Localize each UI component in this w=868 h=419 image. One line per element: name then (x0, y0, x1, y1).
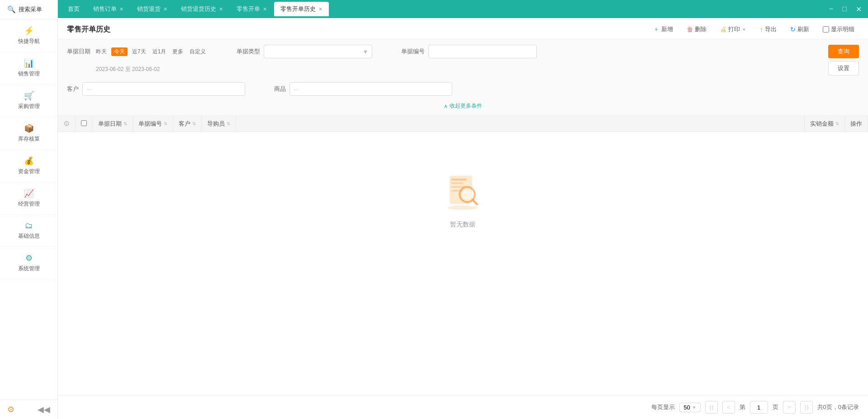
tab-retail-open[interactable]: 零售开单 ✕ (230, 2, 273, 16)
tab-sales-order[interactable]: 销售订单 ✕ (87, 2, 130, 16)
export-icon: ↑ (760, 26, 763, 33)
settings-icon[interactable]: ⚙ (7, 405, 14, 414)
sidebar-collapse-icon[interactable]: ◀◀ (38, 405, 50, 414)
tab-bar-right: − □ ✕ (826, 4, 864, 14)
last-page-btn[interactable]: ⟩⟩ (800, 401, 813, 414)
tab-sales-return-history[interactable]: 销货退货历史 ✕ (175, 2, 229, 16)
print-button[interactable]: 🖨 打印 ▼ (716, 24, 751, 35)
page-size-select[interactable]: 50 ▼ (679, 403, 700, 412)
type-select-arrow: ▼ (363, 48, 369, 55)
filter-row-date-range: 2023-06-02 至 2023-06-02 (67, 66, 828, 73)
number-sort-icon: ⇅ (164, 121, 167, 126)
filter-number-item: 单据编号 (401, 45, 537, 58)
minimize-icon[interactable]: − (826, 4, 836, 14)
tab-retail-open-close[interactable]: ✕ (263, 6, 267, 12)
sidebar-item-label: 库存核算 (18, 135, 40, 143)
tab-retail-history-close[interactable]: ✕ (318, 6, 323, 12)
date-today[interactable]: 今天 (111, 47, 128, 56)
settings-gear-icon[interactable]: ⚙ (63, 120, 70, 127)
page-input[interactable] (750, 401, 768, 414)
th-date[interactable]: 单据日期 ⇅ (93, 116, 133, 132)
sidebar-item-purchase-mgmt[interactable]: 🛒采购管理 (0, 85, 57, 117)
select-all-checkbox[interactable] (81, 120, 87, 126)
page-header: 零售开单历史 ＋ 新增 🗑 删除 🖨 打印 ▼ ↑ 导出 (58, 18, 868, 39)
tab-sales-order-close[interactable]: ✕ (119, 6, 123, 12)
date-custom[interactable]: 自定义 (188, 47, 208, 56)
inventory-icon: 📦 (24, 123, 34, 133)
filter-actions: 查询 设置 (828, 45, 859, 75)
pagination: 每页显示 50 ▼ ⟨⟨ ＜ 第 页 ＞ ⟩⟩ 共0页，0条记录 (58, 395, 868, 419)
th-amount[interactable]: 实销金额 ⇅ (805, 116, 845, 132)
prev-page-btn[interactable]: ＜ (722, 401, 735, 414)
svg-rect-2 (451, 179, 466, 180)
tab-sales-return-history-close[interactable]: ✕ (219, 6, 223, 12)
th-guide[interactable]: 导购员 ⇅ (202, 116, 236, 132)
svg-point-7 (462, 189, 473, 200)
display-detail-toggle[interactable]: 显示明细 (818, 24, 859, 35)
table-wrapper: ⚙ 单据日期 ⇅ (58, 116, 868, 265)
tab-retail-history[interactable]: 零售开单历史 ✕ (274, 2, 329, 16)
date-range-text: 2023-06-02 至 2023-06-02 (96, 66, 160, 73)
table-body: 暂无数据 (58, 132, 868, 265)
tab-retail-open-label: 零售开单 (237, 5, 260, 13)
date-yesterday[interactable]: 昨天 (94, 47, 109, 56)
sidebar-item-finance[interactable]: 💰资金管理 (0, 150, 57, 182)
sidebar-item-inventory[interactable]: 📦库存核算 (0, 117, 57, 150)
content-area: 零售开单历史 ＋ 新增 🗑 删除 🖨 打印 ▼ ↑ 导出 (58, 18, 868, 419)
tab-bar: 首页 销售订单 ✕ 销货退货 ✕ 销货退货历史 ✕ 零售开单 ✕ 零售开单历史 … (58, 0, 868, 18)
th-checkbox (76, 116, 93, 132)
date-range-item: 2023-06-02 至 2023-06-02 (67, 66, 160, 73)
sidebar-item-system-mgmt[interactable]: ⚙系统管理 (0, 247, 57, 279)
date-month[interactable]: 近1月 (151, 47, 168, 56)
sales-mgmt-icon: 📊 (24, 58, 34, 68)
tab-home[interactable]: 首页 (62, 2, 86, 16)
export-button[interactable]: ↑ 导出 (755, 24, 781, 35)
display-checkbox[interactable] (823, 26, 829, 33)
sidebar-item-label: 资金管理 (18, 168, 40, 175)
add-button[interactable]: ＋ 新增 (649, 24, 678, 35)
customer-input[interactable]: ··· (82, 82, 245, 96)
maximize-icon[interactable]: □ (840, 4, 849, 14)
th-settings[interactable]: ⚙ (58, 116, 76, 132)
sidebar-item-quick-nav[interactable]: ⚡快捷导航 (0, 19, 57, 52)
sidebar-item-label: 采购管理 (18, 103, 40, 110)
sidebar-item-basic-info[interactable]: 🗂基础信息 (0, 215, 57, 247)
query-button[interactable]: 查询 (828, 45, 859, 58)
svg-point-0 (448, 206, 478, 210)
delete-button[interactable]: 🗑 删除 (682, 24, 711, 35)
first-page-btn[interactable]: ⟨⟨ (705, 401, 718, 414)
close-window-icon[interactable]: ✕ (853, 4, 864, 14)
tab-sales-return-history-label: 销货退货历史 (181, 5, 216, 13)
filter-customer-item: 客户 ··· (67, 82, 245, 96)
system-mgmt-icon: ⚙ (25, 253, 33, 263)
tab-retail-history-label: 零售开单历史 (280, 5, 316, 13)
basic-info-icon: 🗂 (25, 221, 33, 231)
sidebar-search[interactable]: 🔍 搜索采单 (0, 0, 57, 19)
goods-input[interactable]: ··· (289, 82, 452, 96)
sidebar: 🔍 搜索采单 ⚡快捷导航📊销售管理🛒采购管理📦库存核算💰资金管理📈经营管理🗂基础… (0, 0, 58, 419)
th-number[interactable]: 单据编号 ⇅ (133, 116, 173, 132)
number-input[interactable] (428, 45, 537, 58)
operations-icon: 📈 (24, 188, 34, 198)
type-select[interactable]: ▼ (264, 45, 372, 58)
collapse-btn[interactable]: ∧ 收起更多条件 (444, 102, 482, 110)
tab-sales-return-label: 销货退货 (137, 5, 161, 13)
tab-sales-order-label: 销售订单 (93, 5, 117, 13)
th-guide-label: 导购员 (207, 120, 225, 128)
tab-sales-return-close[interactable]: ✕ (163, 6, 167, 12)
page-suffix: 页 (773, 403, 778, 411)
filter-row-1: 单据日期 昨天 今天 近7天 近1月 更多 自定义 单据类型 (67, 45, 828, 58)
refresh-button[interactable]: ↻ 刷新 (786, 24, 814, 35)
next-page-btn[interactable]: ＞ (783, 401, 796, 414)
settings-button[interactable]: 设置 (828, 61, 859, 75)
date-7days[interactable]: 近7天 (130, 47, 148, 56)
tab-sales-return[interactable]: 销货退货 ✕ (131, 2, 174, 16)
sidebar-item-operations[interactable]: 📈经营管理 (0, 182, 57, 215)
th-spacer (236, 116, 805, 132)
page-label: 第 (740, 403, 745, 411)
sidebar-item-sales-mgmt[interactable]: 📊销售管理 (0, 52, 57, 85)
date-more[interactable]: 更多 (171, 47, 185, 56)
quick-nav-icon: ⚡ (24, 26, 34, 36)
th-customer[interactable]: 客户 ⇅ (173, 116, 202, 132)
page-size-arrow: ▼ (692, 405, 697, 410)
